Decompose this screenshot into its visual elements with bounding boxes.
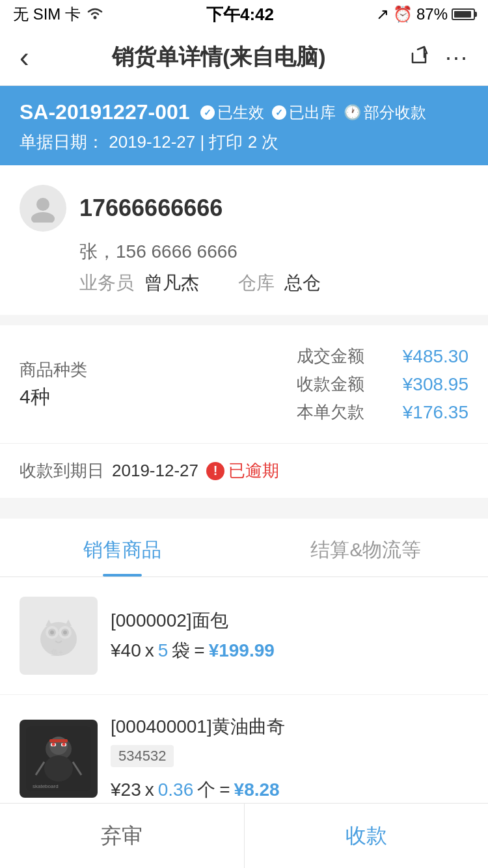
product-info-2: [000400001]黄油曲奇 534532 ¥23 x 0.36 个 = ¥8… bbox=[111, 714, 468, 802]
date-value: 2019-12-27 bbox=[109, 132, 195, 152]
carrier-text: 无 SIM 卡 bbox=[13, 4, 81, 25]
total-price-2: ¥8.28 bbox=[234, 780, 280, 800]
unit-price-2: ¥23 bbox=[111, 780, 141, 800]
product-price-row-1: ¥40 x 5 袋 = ¥199.99 bbox=[111, 638, 468, 663]
status-left: 无 SIM 卡 bbox=[13, 4, 104, 25]
status-right: ↗ ⏰ 87% bbox=[376, 5, 475, 23]
summary-section: 商品种类 4种 成交金额 ¥485.30 收款金额 ¥308.95 本单欠款 ¥… bbox=[0, 325, 488, 443]
unit-2: 个 bbox=[197, 778, 215, 802]
due-date-value: 2019-12-27 bbox=[112, 461, 198, 481]
warehouse-field: 仓库 总仓 bbox=[238, 271, 321, 295]
equals-2: = bbox=[219, 780, 230, 800]
status-shipped: ✓ 已出库 bbox=[272, 102, 336, 123]
print-count: 2 bbox=[248, 132, 257, 152]
nav-bar: ‹ 销货单详情(来自电脑) ··· bbox=[0, 29, 488, 86]
customer-section: 17666666666 张，156 6666 6666 业务员 曾凡杰 仓库 总… bbox=[0, 165, 488, 315]
svg-point-8 bbox=[50, 631, 54, 634]
product-name-2: [000400001]黄油曲奇 bbox=[111, 714, 468, 739]
status-badges: ✓ 已生效 ✓ 已出库 🕐 部分收款 bbox=[200, 102, 426, 123]
nav-actions: ··· bbox=[409, 44, 468, 71]
svg-point-16 bbox=[52, 742, 55, 746]
unit-price-1: ¥40 bbox=[111, 640, 141, 661]
due-date-section: 收款到期日 2019-12-27 ! 已逾期 bbox=[0, 443, 488, 498]
clock-icon: 🕐 bbox=[344, 104, 361, 121]
total-price-1: ¥199.99 bbox=[209, 640, 275, 661]
check-icon: ✓ bbox=[200, 105, 215, 120]
alarm-icon: ⏰ bbox=[393, 5, 413, 23]
debt-amount-label: 本单欠款 bbox=[297, 401, 364, 424]
svg-point-19 bbox=[44, 755, 73, 781]
order-header-banner: SA-20191227-001 ✓ 已生效 ✓ 已出库 🕐 部分收款 单据日期：… bbox=[0, 86, 488, 165]
tabs-section: 销售商品 结算&物流等 bbox=[0, 519, 488, 577]
multiply-1: x bbox=[145, 640, 154, 661]
battery-percent: 87% bbox=[416, 5, 448, 23]
battery-icon bbox=[452, 8, 475, 20]
status-effective: ✓ 已生效 bbox=[200, 102, 264, 123]
received-amount-value: ¥308.95 bbox=[377, 374, 468, 395]
product-types-value: 4种 bbox=[20, 384, 87, 411]
svg-point-9 bbox=[63, 631, 67, 634]
overdue-badge: ! 已逾期 bbox=[206, 459, 279, 482]
print-label: | 打印 bbox=[200, 132, 243, 152]
confirm-button[interactable]: 收款 bbox=[245, 804, 489, 868]
summary-left: 商品种类 4种 bbox=[20, 345, 87, 424]
warehouse-label: 仓库 bbox=[238, 273, 275, 293]
date-label: 单据日期： bbox=[20, 132, 104, 152]
product-item: 鱼+ [0000002]面包 ¥40 x 5 袋 = ¥199.99 bbox=[0, 577, 488, 695]
due-date-label: 收款到期日 bbox=[20, 459, 104, 482]
customer-meta: 业务员 曾凡杰 仓库 总仓 bbox=[79, 271, 468, 295]
overdue-icon: ! bbox=[206, 462, 224, 480]
status-bar: 无 SIM 卡 下午4:42 ↗ ⏰ 87% bbox=[0, 0, 488, 29]
debt-amount-row: 本单欠款 ¥176.35 bbox=[297, 401, 468, 424]
received-amount-label: 收款金额 bbox=[297, 373, 364, 396]
product-types-label: 商品种类 bbox=[20, 359, 87, 381]
salesperson-field: 业务员 曾凡杰 bbox=[79, 271, 199, 295]
equals-1: = bbox=[194, 640, 204, 661]
product-price-row-2: ¥23 x 0.36 个 = ¥8.28 bbox=[111, 778, 468, 802]
order-number: SA-20191227-001 bbox=[20, 100, 190, 124]
summary-right: 成交金额 ¥485.30 收款金额 ¥308.95 本单欠款 ¥176.35 bbox=[297, 345, 468, 424]
deal-amount-label: 成交金额 bbox=[297, 345, 364, 368]
wifi-icon bbox=[86, 5, 104, 23]
overdue-text: 已逾期 bbox=[228, 459, 279, 482]
bottom-bar: 弃审 收款 bbox=[0, 803, 488, 868]
status-partial-payment: 🕐 部分收款 bbox=[344, 102, 426, 123]
page-title: 销货单详情(来自电脑) bbox=[112, 42, 326, 72]
svg-rect-18 bbox=[49, 739, 68, 742]
divider-1 bbox=[0, 315, 488, 325]
customer-name: 17666666666 bbox=[79, 195, 223, 222]
back-button[interactable]: ‹ bbox=[20, 41, 29, 74]
product-image-2: skateboard bbox=[20, 720, 98, 798]
avatar bbox=[20, 185, 66, 232]
print-suffix: 次 bbox=[262, 132, 278, 152]
product-image-1: 鱼+ bbox=[20, 597, 98, 675]
deal-amount-row: 成交金额 ¥485.30 bbox=[297, 345, 468, 368]
svg-text:鱼+: 鱼+ bbox=[51, 648, 63, 657]
svg-text:skateboard: skateboard bbox=[33, 783, 59, 789]
received-amount-row: 收款金额 ¥308.95 bbox=[297, 373, 468, 396]
tab-sales-products[interactable]: 销售商品 bbox=[0, 519, 244, 576]
salesperson-label: 业务员 bbox=[79, 273, 134, 293]
share-button[interactable] bbox=[409, 44, 429, 70]
multiply-2: x bbox=[145, 780, 154, 800]
svg-point-2 bbox=[31, 212, 55, 223]
svg-point-17 bbox=[62, 742, 66, 746]
customer-info: 张，156 6666 6666 bbox=[79, 239, 468, 264]
product-info-1: [0000002]面包 ¥40 x 5 袋 = ¥199.99 bbox=[111, 608, 468, 663]
location-icon: ↗ bbox=[376, 5, 389, 23]
svg-point-1 bbox=[36, 198, 49, 211]
status-time: 下午4:42 bbox=[206, 3, 274, 26]
more-button[interactable]: ··· bbox=[445, 44, 468, 71]
warehouse-value: 总仓 bbox=[284, 273, 321, 293]
qty-1: 5 bbox=[158, 640, 169, 661]
product-name-1: [0000002]面包 bbox=[111, 608, 468, 633]
divider-2 bbox=[0, 498, 488, 508]
cancel-button[interactable]: 弃审 bbox=[0, 804, 245, 868]
order-date-row: 单据日期： 2019-12-27 | 打印 2 次 bbox=[20, 131, 468, 154]
debt-amount-value: ¥176.35 bbox=[377, 402, 468, 423]
product-sku-2: 534532 bbox=[111, 745, 174, 767]
unit-1: 袋 bbox=[172, 638, 190, 663]
tab-settlement-logistics[interactable]: 结算&物流等 bbox=[244, 519, 488, 576]
qty-2: 0.36 bbox=[158, 780, 194, 800]
check-icon-2: ✓ bbox=[272, 105, 286, 120]
